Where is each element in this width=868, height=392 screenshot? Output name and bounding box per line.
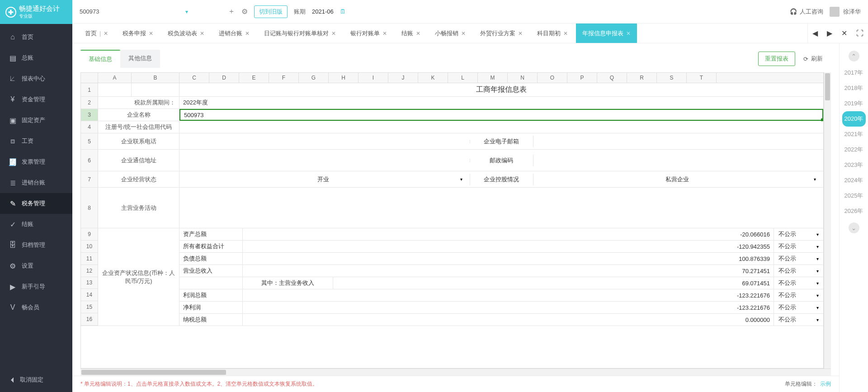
tabs-next-icon[interactable]: ▶ <box>822 29 837 38</box>
nav-item-7[interactable]: ≣进销台账 <box>0 172 72 193</box>
nav-item-3[interactable]: ¥资金管理 <box>0 89 72 110</box>
horizontal-scrollbar[interactable] <box>80 368 831 376</box>
tab-close-icon[interactable]: ✕ <box>518 30 523 37</box>
col-header-T[interactable]: T <box>687 73 717 83</box>
support-button[interactable]: 🎧 人工咨询 <box>790 8 823 16</box>
nav-item-5[interactable]: ⧈工资 <box>0 131 72 151</box>
nav-item-0[interactable]: ⌂首页 <box>0 27 72 47</box>
tabs-close-icon[interactable]: ✕ <box>837 29 852 38</box>
year-item-4[interactable]: 2021年 <box>842 127 866 142</box>
year-down-icon[interactable]: ⌄ <box>849 222 859 233</box>
unpin-button[interactable]: ⏴ 取消固定 <box>0 368 72 392</box>
tabs-fullscreen-icon[interactable]: ⛶ <box>852 29 868 38</box>
r5-input2[interactable] <box>533 140 824 143</box>
row-head-16[interactable]: 16 <box>81 313 98 326</box>
nav-item-13[interactable]: V畅会员 <box>0 297 72 318</box>
regenerate-button[interactable]: 重置报表 <box>758 52 795 66</box>
nav-item-4[interactable]: ▣固定资产 <box>0 110 72 131</box>
col-header-E[interactable]: E <box>239 73 269 83</box>
tab-0[interactable]: 首页|✕ <box>79 24 114 43</box>
tab-8[interactable]: 外贸行业方案✕ <box>474 24 529 43</box>
r16-publish-select[interactable]: 不公示▾ <box>774 314 823 326</box>
nav-item-10[interactable]: 🗄归档管理 <box>0 235 72 255</box>
year-item-1[interactable]: 2018年 <box>842 80 866 96</box>
gear-icon[interactable]: ⚙ <box>241 7 248 16</box>
r9-value[interactable]: -20.066016 <box>243 228 774 240</box>
user-menu[interactable]: 徐泽华 <box>830 7 861 17</box>
r7-select2[interactable]: 私营企业▾ <box>533 174 824 185</box>
col-header-N[interactable]: N <box>508 73 538 83</box>
col-header-H[interactable]: H <box>329 73 359 83</box>
col-header-K[interactable]: K <box>418 73 448 83</box>
r6-input[interactable] <box>179 159 470 162</box>
year-up-icon[interactable]: ⌃ <box>849 51 859 61</box>
col-header-G[interactable]: G <box>299 73 329 83</box>
tab-2[interactable]: 税负波动表✕ <box>161 24 211 43</box>
footer-example-link[interactable]: 示例 <box>820 380 831 388</box>
tab-close-icon[interactable]: ✕ <box>149 30 153 37</box>
old-version-button[interactable]: 切到旧版 <box>254 5 288 18</box>
col-header-O[interactable]: O <box>538 73 567 83</box>
nav-item-11[interactable]: ⚙设置 <box>0 255 72 276</box>
tab-close-icon[interactable]: ✕ <box>245 30 250 37</box>
nav-item-8[interactable]: ✎税务管理 <box>0 193 72 214</box>
year-item-0[interactable]: 2017年 <box>842 65 866 80</box>
year-item-7[interactable]: 2024年 <box>842 173 866 188</box>
grid-body[interactable]: 1工商年报信息表2税款所属期间：2022年度3企业名称5009734注册号/统一… <box>81 83 823 368</box>
row-head-15[interactable]: 15 <box>81 301 98 313</box>
row-head-5[interactable]: 5 <box>81 133 98 149</box>
row-head-8[interactable]: 8 <box>81 188 98 228</box>
calendar-icon[interactable]: 🗓 <box>340 8 346 15</box>
period-value-cell[interactable]: 2022年度 <box>179 97 823 109</box>
year-item-6[interactable]: 2023年 <box>842 157 866 173</box>
tab-5[interactable]: 银行对账单✕ <box>344 24 393 43</box>
tab-10[interactable]: 年报信息申报表✕ <box>576 24 637 43</box>
col-header-I[interactable]: I <box>359 73 388 83</box>
tab-4[interactable]: 日记账与银行对账单核对✕ <box>258 24 342 43</box>
r6-input2[interactable] <box>533 159 824 162</box>
row-head-13[interactable]: 13 <box>81 277 98 289</box>
r16-value[interactable]: 0.000000 <box>243 314 774 326</box>
row-head-12[interactable]: 12 <box>81 265 98 277</box>
company-name-input[interactable]: 500973 <box>179 109 823 121</box>
row-head-6[interactable]: 6 <box>81 150 98 171</box>
col-header-J[interactable]: J <box>388 73 418 83</box>
row-head-7[interactable]: 7 <box>81 171 98 187</box>
row-head-3[interactable]: 3 <box>81 109 98 121</box>
tab-close-icon[interactable]: ✕ <box>200 30 204 37</box>
col-header-B[interactable]: B <box>132 73 179 83</box>
nav-item-12[interactable]: ▶新手引导 <box>0 276 72 297</box>
spreadsheet[interactable]: ABCDEFGHIJKLMNOPQRST 1工商年报信息表2税款所属期间：202… <box>80 72 824 368</box>
r12-publish-select[interactable]: 不公示▾ <box>774 265 823 277</box>
tab-close-icon[interactable]: ✕ <box>382 30 387 37</box>
year-item-3[interactable]: 2020年 <box>842 111 866 127</box>
tab-close-icon[interactable]: ✕ <box>461 30 466 37</box>
col-header-Q[interactable]: Q <box>597 73 627 83</box>
r14-publish-select[interactable]: 不公示▾ <box>774 289 823 301</box>
year-item-8[interactable]: 2025年 <box>842 188 866 203</box>
tab-7[interactable]: 小畅报销✕ <box>429 24 472 43</box>
r4-input[interactable] <box>179 121 823 133</box>
r11-value[interactable]: 100.876339 <box>243 253 774 264</box>
tab-9[interactable]: 科目期初✕ <box>531 24 574 43</box>
r10-value[interactable]: -120.942355 <box>243 241 774 252</box>
col-header-M[interactable]: M <box>478 73 508 83</box>
r14-value[interactable]: -123.221676 <box>243 289 774 301</box>
year-item-9[interactable]: 2026年 <box>842 203 866 219</box>
row-head-11[interactable]: 11 <box>81 253 98 265</box>
col-header-A[interactable]: A <box>98 73 132 83</box>
col-header-S[interactable]: S <box>657 73 687 83</box>
r5-input[interactable] <box>179 140 470 143</box>
col-header-R[interactable]: R <box>627 73 657 83</box>
year-item-2[interactable]: 2019年 <box>842 96 866 111</box>
nav-item-9[interactable]: ✓结账 <box>0 214 72 235</box>
tab-1[interactable]: 税务申报✕ <box>116 24 160 43</box>
tab-close-icon[interactable]: ✕ <box>563 30 568 37</box>
col-header-C[interactable]: C <box>179 73 209 83</box>
tab-close-icon[interactable]: ✕ <box>416 30 420 37</box>
r10-publish-select[interactable]: 不公示▾ <box>774 241 823 252</box>
vertical-scrollbar[interactable] <box>824 72 831 368</box>
r15-value[interactable]: -123.221676 <box>243 302 774 313</box>
r11-publish-select[interactable]: 不公示▾ <box>774 253 823 264</box>
tab-close-icon[interactable]: ✕ <box>626 30 631 37</box>
